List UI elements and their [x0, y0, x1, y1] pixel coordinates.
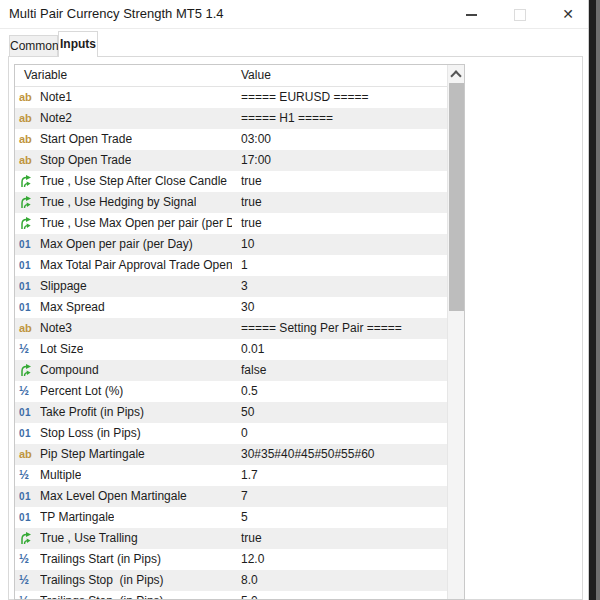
input-row[interactable]: True , Use Max Open per pair (per D...tr…	[15, 213, 447, 234]
tab-common-label: Common	[10, 39, 59, 53]
integer-type-icon: 01	[19, 255, 38, 276]
input-row[interactable]: True , Use Trallingtrue	[15, 528, 447, 549]
string-type-icon: ab	[19, 150, 38, 171]
boolean-branch-arrow-icon	[19, 360, 38, 382]
input-row[interactable]: 01Max Open per pair (per Day)10	[15, 234, 447, 255]
variable-name: Start Open Trade	[40, 129, 132, 150]
variable-value[interactable]: 30	[241, 297, 254, 318]
variable-name: Max Spread	[40, 297, 105, 318]
close-icon: ✕	[562, 6, 574, 22]
double-type-icon: ½	[19, 381, 38, 402]
input-row[interactable]: 01Stop Loss (in Pips)0	[15, 423, 447, 444]
input-row[interactable]: abStop Open Trade17:00	[15, 150, 447, 171]
variable-value[interactable]: 0.5	[241, 381, 258, 402]
variable-name: Pip Step Martingale	[40, 444, 145, 465]
input-row[interactable]: ½Percent Lot (%)0.5	[15, 381, 447, 402]
integer-type-icon: 01	[19, 276, 38, 297]
double-type-icon: ½	[19, 591, 38, 600]
variable-value[interactable]: true	[241, 192, 262, 213]
input-row[interactable]: abPip Step Martingale30#35#40#45#50#55#6…	[15, 444, 447, 465]
mt5-properties-dialog: Multi Pair Currency Strength MT5 1.4 ✕ C…	[0, 0, 600, 600]
integer-type-icon: 01	[19, 486, 38, 507]
variable-value[interactable]: 0.01	[241, 339, 264, 360]
input-row[interactable]: ½Lot Size0.01	[15, 339, 447, 360]
variable-name: Multiple	[40, 465, 81, 486]
scroll-up-button[interactable]	[448, 65, 464, 82]
input-row[interactable]: 01Slippage3	[15, 276, 447, 297]
variable-value[interactable]: 7	[241, 486, 248, 507]
variable-value[interactable]: 03:00	[241, 129, 271, 150]
string-type-icon: ab	[19, 444, 38, 465]
boolean-branch-arrow-icon	[19, 192, 38, 214]
input-row[interactable]: ½Trailings Step (in Pips)5.0	[15, 591, 447, 600]
titlebar: Multi Pair Currency Strength MT5 1.4 ✕	[0, 0, 588, 28]
variable-value[interactable]: 17:00	[241, 150, 271, 171]
variable-value[interactable]: 50	[241, 402, 254, 423]
boolean-branch-arrow-icon	[19, 528, 38, 550]
input-row[interactable]: 01Take Profit (in Pips)50	[15, 402, 447, 423]
tab-common[interactable]: Common	[9, 35, 58, 56]
variable-name: Stop Open Trade	[40, 150, 131, 171]
input-row[interactable]: abStart Open Trade03:00	[15, 129, 447, 150]
variable-value[interactable]: 3	[241, 276, 248, 297]
variable-value[interactable]: false	[241, 360, 266, 381]
variable-value[interactable]: true	[241, 171, 262, 192]
variable-name: Stop Loss (in Pips)	[40, 423, 141, 444]
scrollbar-thumb[interactable]	[449, 83, 464, 311]
variable-value[interactable]: 12.0	[241, 549, 264, 570]
input-row[interactable]: True , Use Hedging by Signaltrue	[15, 192, 447, 213]
variable-name: True , Use Step After Close Candle	[40, 171, 227, 192]
string-type-icon: ab	[19, 129, 38, 150]
column-header-variable: Variable	[24, 65, 67, 86]
variable-name: Note3	[40, 318, 72, 339]
input-row[interactable]: ½Trailings Start (in Pips)12.0	[15, 549, 447, 570]
titlebar-divider	[0, 28, 588, 29]
input-row[interactable]: True , Use Step After Close Candletrue	[15, 171, 447, 192]
chevron-up-icon	[450, 70, 461, 81]
variable-value[interactable]: 30#35#40#45#50#55#60	[241, 444, 374, 465]
input-row[interactable]: 01Max Spread30	[15, 297, 447, 318]
input-row[interactable]: abNote1===== EURUSD =====	[15, 87, 447, 108]
variable-value[interactable]: true	[241, 528, 262, 549]
close-button[interactable]: ✕	[550, 0, 586, 28]
variable-value[interactable]: ===== Setting Per Pair =====	[241, 318, 402, 339]
variable-name: Take Profit (in Pips)	[40, 402, 144, 423]
variable-name: True , Use Tralling	[40, 528, 138, 549]
integer-type-icon: 01	[19, 507, 38, 528]
variable-name: Note1	[40, 87, 72, 108]
variable-value[interactable]: 1	[241, 255, 248, 276]
string-type-icon: ab	[19, 108, 38, 129]
vertical-scrollbar[interactable]	[447, 65, 464, 600]
input-row[interactable]: 01Max Level Open Martingale7	[15, 486, 447, 507]
double-type-icon: ½	[19, 465, 38, 486]
integer-type-icon: 01	[19, 423, 38, 444]
variable-name: Max Level Open Martingale	[40, 486, 187, 507]
variable-value[interactable]: 10	[241, 234, 254, 255]
variable-value[interactable]: ===== H1 =====	[241, 108, 333, 129]
minimize-icon	[466, 14, 477, 16]
input-row[interactable]: abNote3===== Setting Per Pair =====	[15, 318, 447, 339]
variable-value[interactable]: 5.0	[241, 591, 258, 600]
tab-inputs[interactable]: Inputs	[58, 31, 98, 57]
input-row[interactable]: ½Trailings Stop (in Pips)8.0	[15, 570, 447, 591]
maximize-button	[502, 0, 538, 28]
variable-value[interactable]: 8.0	[241, 570, 258, 591]
input-row[interactable]: abNote2===== H1 =====	[15, 108, 447, 129]
input-row[interactable]: ½Multiple1.7	[15, 465, 447, 486]
maximize-icon	[514, 9, 526, 21]
input-row[interactable]: Compoundfalse	[15, 360, 447, 381]
input-row[interactable]: 01TP Martingale5	[15, 507, 447, 528]
variable-name: Trailings Step (in Pips)	[40, 591, 164, 600]
variable-name: Compound	[40, 360, 99, 381]
variable-name: TP Martingale	[40, 507, 114, 528]
variable-value[interactable]: 0	[241, 423, 248, 444]
input-row[interactable]: 01Max Total Pair Approval Trade Open1	[15, 255, 447, 276]
variable-value[interactable]: ===== EURUSD =====	[241, 87, 368, 108]
variable-value[interactable]: 5	[241, 507, 248, 528]
variable-value[interactable]: true	[241, 213, 262, 234]
variable-value[interactable]: 1.7	[241, 465, 258, 486]
double-type-icon: ½	[19, 549, 38, 570]
boolean-branch-arrow-icon	[19, 171, 38, 193]
minimize-button[interactable]	[453, 0, 489, 28]
string-type-icon: ab	[19, 318, 38, 339]
